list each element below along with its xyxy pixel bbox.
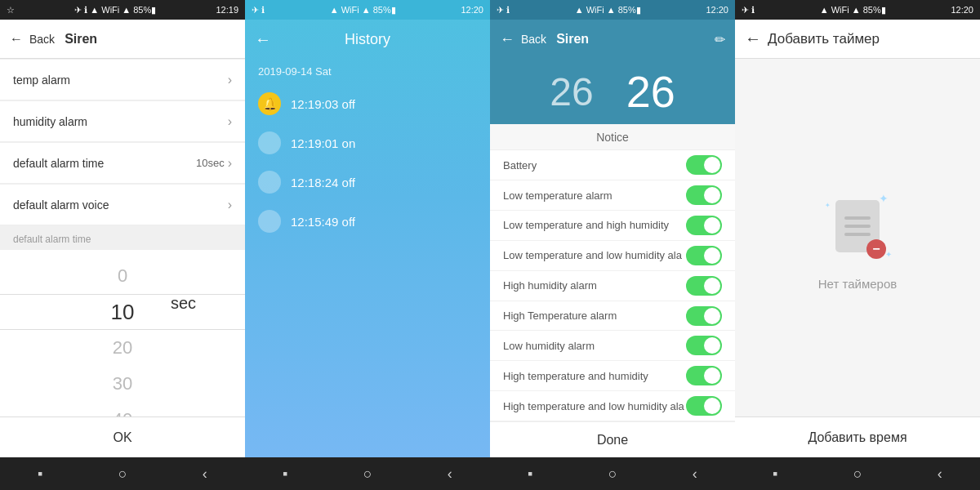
high-temp-high-hum-toggle[interactable] <box>686 366 722 385</box>
status-bar-2: ✈ ℹ ▲ WiFi ▲ 85%▮ 12:20 <box>245 0 490 20</box>
date-picker-row: 26 26 <box>490 59 735 124</box>
history-title: History <box>345 31 390 48</box>
notice-back-label[interactable]: Back <box>521 33 546 46</box>
doc-line-3 <box>844 233 871 236</box>
notice-row-battery: Battery <box>490 150 735 180</box>
panel-add-timer: ✈ ℹ ▲ WiFi ▲ 85%▮ 12:20 ← Добавить тайме… <box>735 0 980 490</box>
status-time-1: 12:19 <box>216 5 238 15</box>
low-temp-label: Low temperature alarm <box>503 189 612 202</box>
history-back-arrow[interactable]: ← <box>255 30 271 49</box>
menu-item-humidity[interactable]: humidity alarm › <box>0 101 245 142</box>
low-temp-high-hum-toggle[interactable] <box>686 216 722 235</box>
status-icons-2: ▲ WiFi ▲ 85%▮ <box>330 5 396 16</box>
empty-illustration: ✦ ✦ ✦ − <box>817 185 898 267</box>
chevron-icon-time: › <box>228 156 232 171</box>
history-item-2: 12:18:24 off <box>245 163 490 202</box>
panel-history: ✈ ℹ ▲ WiFi ▲ 85%▮ 12:20 ← History 2019-0… <box>245 0 490 490</box>
back-arrow-icon: ← <box>10 32 23 47</box>
picker-val-0: 0 <box>0 258 245 294</box>
status-left-3: ✈ ℹ <box>497 5 510 16</box>
status-bar-1: ☆ ✈ ℹ ▲ WiFi ▲ 85%▮ 12:19 <box>0 0 245 20</box>
status-bar-4: ✈ ℹ ▲ WiFi ▲ 85%▮ 12:20 <box>735 0 980 20</box>
low-hum-label: Low humidity alarm <box>503 340 595 352</box>
nav-back-4[interactable]: ‹ <box>938 466 942 483</box>
doc-line-1 <box>844 216 871 220</box>
nav-home-4[interactable]: ○ <box>853 466 862 483</box>
status-time-3: 12:20 <box>706 5 728 15</box>
high-hum-label: High humidity alarm <box>503 279 597 292</box>
menu-item-default-voice[interactable]: default alarm voice › <box>0 185 245 225</box>
nav-square-1[interactable]: ▪ <box>38 466 42 483</box>
nav-back-1[interactable]: ‹ <box>203 466 207 483</box>
picker-unit: sec <box>171 294 196 313</box>
battery-toggle[interactable] <box>686 155 722 175</box>
low-temp-toggle[interactable] <box>686 185 722 205</box>
history-dot-2 <box>258 171 281 194</box>
sparkle-3: ✦ <box>825 202 831 209</box>
chevron-icon-temp: › <box>228 73 232 87</box>
low-temp-high-hum-label: Low temperature and high humidity <box>503 219 669 231</box>
temp-alarm-label: temp alarm <box>13 74 70 87</box>
siren-topbar: ← Back Siren <box>0 20 245 59</box>
battery-label: Battery <box>503 159 537 172</box>
high-temp-toggle[interactable] <box>686 306 722 326</box>
notice-row-low-temp-high-hum: Low temperature and high humidity <box>490 211 735 241</box>
section-label: default alarm time <box>0 225 245 250</box>
status-icons-1: ✈ ℹ ▲ WiFi ▲ 85%▮ <box>74 5 156 16</box>
history-item-0: 🔔 12:19:03 off <box>245 84 490 123</box>
nav-back-3[interactable]: ‹ <box>693 466 697 483</box>
notice-title: Siren <box>556 32 589 47</box>
edit-icon[interactable]: ✏ <box>715 32 725 47</box>
high-temp-low-hum-toggle[interactable] <box>686 396 722 416</box>
history-date: 2019-09-14 Sat <box>245 59 490 84</box>
history-time-3: 12:15:49 off <box>291 215 355 229</box>
menu-item-default-time[interactable]: default alarm time 10sec › <box>0 143 245 184</box>
picker-val-selected: 10 <box>0 294 245 330</box>
date-left: 26 <box>550 69 593 114</box>
time-picker[interactable]: 0 10 20 30 40 sec <box>0 250 245 416</box>
notice-scroll: Notice Battery Low temperature alarm Low… <box>490 124 735 421</box>
picker-numbers: 0 10 20 30 40 <box>0 250 245 416</box>
chevron-icon-humidity: › <box>228 114 232 129</box>
ok-button[interactable]: OK <box>0 416 245 457</box>
notice-row-low-temp: Low temperature alarm <box>490 180 735 211</box>
nav-bar-2: ▪ ○ ‹ <box>245 457 490 490</box>
history-dot-yellow: 🔔 <box>258 92 281 115</box>
add-time-bar[interactable]: Добавить время <box>735 416 980 457</box>
sparkle-1: ✦ <box>879 192 889 205</box>
nav-square-4[interactable]: ▪ <box>773 466 777 483</box>
sparkle-2: ✦ <box>885 250 892 259</box>
siren-title: Siren <box>65 32 97 47</box>
history-time-0: 12:19:03 off <box>291 97 355 111</box>
status-icons-4: ▲ WiFi ▲ 85%▮ <box>820 5 886 16</box>
back-label[interactable]: Back <box>29 33 55 46</box>
history-topbar: ← History <box>245 20 490 59</box>
nav-home-2[interactable]: ○ <box>363 466 372 483</box>
history-item-3: 12:15:49 off <box>245 202 490 241</box>
history-time-2: 12:18:24 off <box>291 176 355 189</box>
notice-row-high-temp: High Temperature alarm <box>490 301 735 332</box>
nav-bar-1: ▪ ○ ‹ <box>0 457 245 490</box>
nav-home-3[interactable]: ○ <box>608 466 617 483</box>
doc-line-2 <box>844 225 871 228</box>
nav-square-2[interactable]: ▪ <box>283 466 287 483</box>
nav-bar-3: ▪ ○ ‹ <box>490 457 735 490</box>
picker-val-3: 30 <box>0 366 245 402</box>
picker-val-4: 40 <box>0 402 245 416</box>
low-hum-toggle[interactable] <box>686 336 722 355</box>
done-bar[interactable]: Done <box>490 421 735 457</box>
history-item-1: 12:19:01 on <box>245 123 490 163</box>
high-temp-high-hum-label: High temperature and humidity <box>503 370 648 382</box>
menu-item-temp[interactable]: temp alarm › <box>0 60 245 100</box>
low-temp-low-hum-toggle[interactable] <box>686 246 722 265</box>
notice-back-arrow[interactable]: ← <box>500 31 514 48</box>
high-hum-toggle[interactable] <box>686 276 722 296</box>
default-alarm-time-value: 10sec <box>196 157 225 169</box>
history-time-1: 12:19:01 on <box>291 136 355 150</box>
nav-back-2[interactable]: ‹ <box>448 466 452 483</box>
nav-square-3[interactable]: ▪ <box>528 466 532 483</box>
status-icons-3: ▲ WiFi ▲ 85%▮ <box>575 5 641 16</box>
timer-back-arrow[interactable]: ← <box>745 29 761 48</box>
nav-home-1[interactable]: ○ <box>118 466 127 483</box>
high-temp-low-hum-label: High temperature and low humidity ala <box>503 400 684 412</box>
